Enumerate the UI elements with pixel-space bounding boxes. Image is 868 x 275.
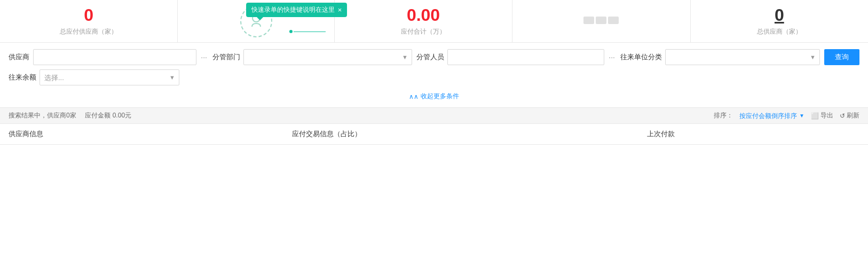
table-body <box>0 145 868 275</box>
refresh-button[interactable]: ↺ 刷新 <box>840 111 859 120</box>
stat-payable-total: 0.00 应付合计（万） <box>335 0 512 42</box>
stat-label-payable: 总应付供应商（家） <box>60 27 117 36</box>
refresh-icon: ↺ <box>840 112 845 120</box>
supplier-input[interactable] <box>33 49 196 65</box>
collapse-row: ∧∧ 收起更多条件 <box>9 90 859 103</box>
tooltip-dot <box>288 29 294 34</box>
tooltip-text: 快速录单的快捷键说明在这里 <box>251 5 335 14</box>
filter-person-label: 分管人员 <box>416 52 444 62</box>
col-header-supplier: 供应商信息 <box>9 129 292 139</box>
balance-select-wrapper: 选择... ▼ <box>40 69 179 85</box>
filter-unit-label: 往来单位分类 <box>620 52 662 62</box>
department-select[interactable] <box>243 49 412 65</box>
tooltip-close-button[interactable]: × <box>338 6 342 13</box>
unit-category-select[interactable] <box>665 49 820 65</box>
filter-balance: 往来余额 选择... ▼ <box>9 69 179 85</box>
export-icon: ⬜ <box>811 112 819 120</box>
query-button[interactable]: 查询 <box>824 49 859 65</box>
col-header-transaction: 应付交易信息（占比） <box>292 129 646 139</box>
collapse-up-icon: ∧∧ <box>409 93 419 100</box>
department-select-wrapper: ▼ <box>243 49 412 65</box>
result-text: 搜索结果中，供应商0家 <box>9 112 76 119</box>
stat-number-suppliers: 0 <box>775 6 784 25</box>
refresh-label: 刷新 <box>847 111 859 120</box>
result-actions: 排序： 按应付会额倒序排序 ▼ ⬜ 导出 ↺ 刷新 <box>714 111 859 120</box>
filter-bar: 供应商 ··· 分管部门 ▼ 分管人员 ··· 往来单位分类 <box>0 43 868 108</box>
stat-number-total: 0.00 <box>407 6 440 25</box>
balance-select[interactable]: 选择... <box>40 69 179 85</box>
filter-department-label: 分管部门 <box>212 52 240 62</box>
filter-supplier: 供应商 ··· <box>9 49 208 65</box>
tooltip-line <box>294 32 326 32</box>
person-more-icon[interactable]: ··· <box>607 53 616 61</box>
filter-department: 分管部门 ▼ <box>212 49 412 65</box>
stat-label-total: 应付合计（万） <box>401 27 446 36</box>
supplier-more-icon[interactable]: ··· <box>200 53 208 61</box>
filter-supplier-label: 供应商 <box>9 52 30 62</box>
filter-unit-category: 往来单位分类 ▼ <box>620 49 820 65</box>
stat-total-suppliers: 0 总供应商（家） <box>691 0 868 42</box>
filter-balance-label: 往来余额 <box>9 73 36 82</box>
stat-number-payable: 0 <box>84 6 93 25</box>
collapse-label: 收起更多条件 <box>421 92 459 101</box>
table-header: 供应商信息 应付交易信息（占比） 上次付款 <box>0 124 868 145</box>
result-amount: 应付金额 0.00元 <box>85 112 131 119</box>
filter-row-1: 供应商 ··· 分管部门 ▼ 分管人员 ··· 往来单位分类 <box>9 49 859 65</box>
stat-label-suppliers: 总供应商（家） <box>757 27 802 36</box>
stat-icon-area: 快速录单的快捷键说明在这里 × <box>178 0 334 42</box>
table-container: 供应商信息 应付交易信息（占比） 上次付款 <box>0 124 868 275</box>
stat-placeholder-area <box>512 0 690 42</box>
export-button[interactable]: ⬜ 导出 <box>811 111 833 120</box>
placeholder-rect-2 <box>596 17 606 24</box>
placeholder-rect-1 <box>583 17 594 24</box>
stat-total-payable-suppliers: 0 总应付供应商（家） <box>0 0 178 42</box>
placeholder-boxes <box>583 17 619 24</box>
collapse-button[interactable]: ∧∧ 收起更多条件 <box>400 90 468 103</box>
result-bar: 搜索结果中，供应商0家 应付金额 0.00元 排序： 按应付会额倒序排序 ▼ ⬜… <box>0 108 868 124</box>
person-input[interactable] <box>447 49 604 65</box>
placeholder-rect-3 <box>608 17 619 24</box>
result-summary: 搜索结果中，供应商0家 应付金额 0.00元 <box>9 111 131 120</box>
shortcut-tooltip: 快速录单的快捷键说明在这里 × <box>246 3 348 17</box>
stats-bar: 0 总应付供应商（家） 快速录单的快捷键说明在这里 × 0.00 应付合计（万） <box>0 0 868 43</box>
sort-select-wrapper: 按应付会额倒序排序 ▼ <box>739 112 804 120</box>
col-header-payment: 上次付款 <box>647 129 860 139</box>
filter-person: 分管人员 ··· <box>416 49 616 65</box>
sort-select[interactable]: 按应付会额倒序排序 <box>739 112 804 120</box>
unit-select-wrapper: ▼ <box>665 49 820 65</box>
export-label: 导出 <box>820 111 833 120</box>
sort-label: 排序： <box>714 111 733 120</box>
filter-row-2: 往来余额 选择... ▼ <box>9 69 859 85</box>
